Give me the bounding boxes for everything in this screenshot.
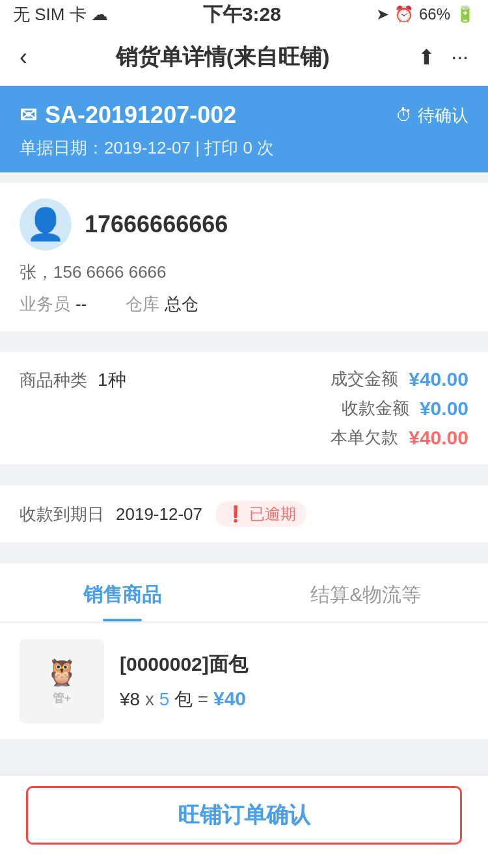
product-total: ¥40 [213, 688, 246, 709]
summary-card: 商品种类 1种 成交金额 ¥40.00 收款金额 ¥0.00 本单欠款 ¥40.… [0, 352, 488, 465]
received-amount-label: 收款金额 [342, 397, 409, 420]
product-owl-icon: 🦉 [46, 657, 78, 688]
product-card: 🦉 管+ [0000002]面包 ¥8 x 5 包 = ¥40 [0, 623, 488, 739]
received-amount-row: 收款金额 ¥0.00 [342, 397, 468, 420]
warehouse-item: 仓库 总仓 [126, 293, 198, 316]
salesperson-item: 业务员 -- [20, 293, 87, 316]
confirm-btn-container: 旺铺订单确认 [0, 774, 488, 868]
product-thumbnail: 🦉 管+ [20, 639, 104, 724]
order-date: 单据日期：2019-12-07 | 打印 0 次 [20, 137, 468, 159]
nav-bar: ‹ 销货单详情(来自旺铺) ⬆ ··· [0, 29, 488, 86]
location-icon: ➤ [376, 5, 389, 23]
salesperson-label: 业务员 [20, 293, 70, 316]
status-right: ➤ ⏰ 66% 🔋 [376, 5, 475, 23]
owed-amount-label: 本单欠款 [331, 426, 398, 449]
product-info: [0000002]面包 ¥8 x 5 包 = ¥40 [120, 651, 468, 712]
customer-info: 张，156 6666 6666 [20, 261, 468, 284]
customer-avatar: 👤 [20, 198, 72, 251]
product-type-section: 商品种类 1种 [20, 368, 126, 392]
product-name: [0000002]面包 [120, 651, 468, 678]
order-status: ⏱ 待确认 [396, 104, 468, 127]
more-button[interactable]: ··· [451, 45, 468, 69]
overdue-icon: ❗ [226, 505, 245, 523]
customer-card: 👤 17666666666 张，156 6666 6666 业务员 -- 仓库 … [0, 183, 488, 331]
overdue-label: 已逾期 [249, 504, 296, 524]
share-button[interactable]: ⬆ [418, 45, 435, 70]
avatar-icon: 👤 [26, 206, 65, 243]
divider-3 [0, 553, 488, 563]
status-clock-icon: ⏱ [396, 105, 413, 126]
status-left: 无 SIM 卡 ☁ [13, 3, 108, 26]
deal-amount-row: 成交金额 ¥40.00 [331, 368, 468, 390]
product-price-row: ¥8 x 5 包 = ¥40 [120, 687, 468, 712]
divider-1 [0, 342, 488, 352]
tab-products[interactable]: 销售商品 [0, 563, 244, 621]
confirm-order-button[interactable]: 旺铺订单确认 [26, 786, 462, 845]
warehouse-label: 仓库 [126, 293, 159, 316]
salesperson-value: -- [75, 294, 87, 314]
nav-right-icons: ⬆ ··· [418, 45, 468, 70]
overdue-badge: ❗ 已逾期 [215, 501, 306, 527]
customer-phone: 17666666666 [85, 211, 228, 238]
product-type-label: 商品种类 [20, 369, 87, 392]
status-bar: 无 SIM 卡 ☁ 下午3:28 ➤ ⏰ 66% 🔋 [0, 0, 488, 29]
tab-settlement[interactable]: 结算&物流等 [244, 563, 488, 621]
amounts-section: 成交金额 ¥40.00 收款金额 ¥0.00 本单欠款 ¥40.00 [331, 368, 468, 449]
battery-icon: 🔋 [455, 5, 475, 23]
product-quantity: 5 [159, 689, 170, 709]
due-date-value: 2019-12-07 [116, 504, 202, 524]
owed-amount-row: 本单欠款 ¥40.00 [331, 426, 468, 449]
product-unit: 包 [174, 689, 193, 709]
due-date-card: 收款到期日 2019-12-07 ❗ 已逾期 [0, 485, 488, 543]
product-plus-label: 管+ [53, 690, 72, 706]
due-date-label: 收款到期日 [20, 503, 104, 526]
owed-amount-value: ¥40.00 [409, 427, 468, 449]
back-button[interactable]: ‹ [20, 44, 27, 71]
order-number: ✉ SA-20191207-002 [20, 102, 236, 129]
received-amount-value: ¥0.00 [420, 398, 468, 420]
status-time: 下午3:28 [203, 1, 281, 28]
customer-meta: 业务员 -- 仓库 总仓 [20, 293, 468, 316]
tabs-container: 销售商品 结算&物流等 [0, 563, 488, 622]
warehouse-value: 总仓 [165, 293, 198, 316]
battery-level: 66% [419, 5, 450, 23]
divider-2 [0, 475, 488, 485]
page-title: 销货单详情(来自旺铺) [116, 42, 330, 72]
order-header-card: ✉ SA-20191207-002 ⏱ 待确认 单据日期：2019-12-07 … [0, 86, 488, 172]
product-type-value: 1种 [98, 368, 126, 392]
alarm-icon: ⏰ [394, 5, 414, 23]
deal-amount-value: ¥40.00 [409, 368, 468, 390]
deal-amount-label: 成交金额 [331, 368, 398, 390]
order-icon: ✉ [20, 103, 37, 128]
product-price-unit: ¥8 [120, 689, 140, 709]
sim-status: 无 SIM 卡 ☁ [13, 3, 108, 26]
